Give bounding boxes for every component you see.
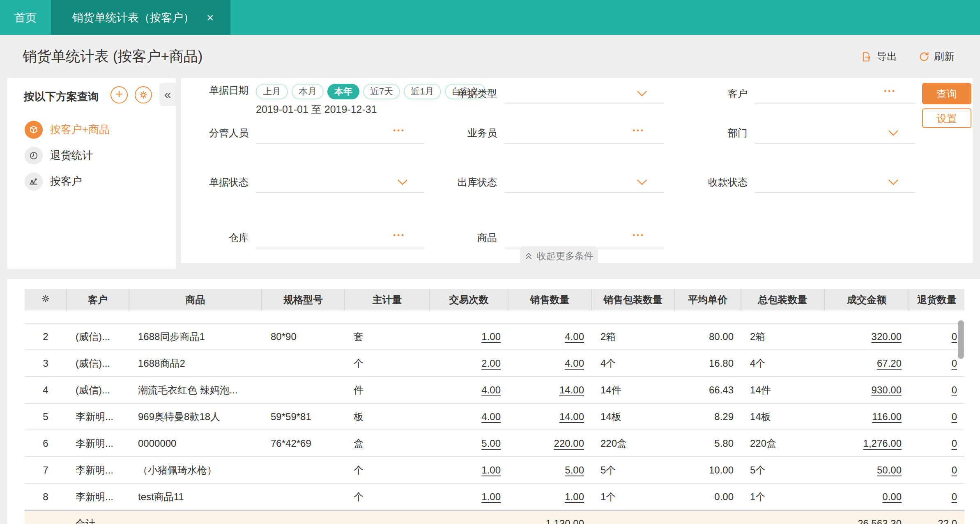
cell-trades: 2.00 — [430, 350, 508, 377]
cell-customer: (威信)... — [67, 350, 129, 377]
cell-link-trades[interactable]: 5.00 — [481, 438, 501, 449]
close-icon[interactable]: × — [207, 11, 214, 24]
chevron-double-left-icon: « — [164, 87, 171, 101]
cell-avg_price: 8.29 — [674, 403, 741, 430]
total-sales-qty: 1,130.00 — [508, 510, 591, 524]
cell-link-sales_qty[interactable]: 220.00 — [554, 438, 584, 449]
cell-link-sales_qty[interactable]: 14.00 — [559, 411, 584, 422]
cell-num: 2 — [25, 323, 67, 350]
cell-link-trades[interactable]: 2.00 — [481, 358, 501, 369]
col-header-spec[interactable]: 规格型号 — [262, 289, 345, 310]
cell-total_pkg: 14板 — [741, 403, 824, 430]
table-total-row: 合计 1,130.00 26,563.30 -22.0 — [25, 510, 964, 524]
top-tab-bar: 首页 销货单统计表（按客户） × — [0, 0, 980, 35]
cell-amount: 1,276.00 — [824, 430, 909, 457]
cell-trades: 1.00 — [430, 483, 508, 510]
filter-salesman: 业务员 ••• — [437, 123, 664, 144]
cell-link-return_qty[interactable]: 0 — [952, 464, 957, 476]
column-settings-button[interactable] — [25, 289, 67, 310]
collapse-more-conditions-button[interactable]: 收起更多条件 — [520, 246, 598, 265]
cell-link-return_qty[interactable]: 0 — [952, 491, 957, 502]
vertical-scrollbar-thumb[interactable] — [958, 320, 964, 359]
filter-customer: 客户 ••• — [688, 84, 915, 104]
date-pill-本月[interactable]: 本月 — [292, 84, 324, 99]
refresh-button[interactable]: 刷新 — [918, 50, 955, 63]
col-header-trades[interactable]: 交易次数 — [430, 289, 508, 310]
scheme-item-customer-product[interactable]: 按客户+商品 — [7, 117, 176, 142]
cell-customer: 李新明... — [67, 483, 129, 510]
col-header-product[interactable]: 商品 — [129, 289, 262, 310]
cell-link-trades[interactable]: 1.00 — [481, 491, 501, 502]
table-row: 8李新明...test商品11个1.001.001个0.001个0.000 — [25, 483, 964, 510]
cell-link-return_qty[interactable]: 0 — [952, 411, 957, 422]
cell-link-trades[interactable]: 1.00 — [481, 464, 501, 476]
date-pill-近7天[interactable]: 近7天 — [363, 84, 400, 99]
date-range-value[interactable]: 2019-01-01 至 2019-12-31 — [256, 103, 377, 116]
filter-product-label: 商品 — [437, 231, 497, 248]
col-header-sales-qty[interactable]: 销售数量 — [508, 289, 591, 310]
cell-link-return_qty[interactable]: 0 — [952, 384, 957, 395]
date-pill-近1月[interactable]: 近1月 — [404, 84, 441, 99]
col-header-sales-pkg[interactable]: 销售包装数量 — [591, 289, 674, 310]
table-row: 2(威信)...1688同步商品180*90套1.004.002箱80.002箱… — [25, 323, 964, 350]
cell-link-amount[interactable]: 930.00 — [872, 384, 902, 395]
cell-unit: 盒 — [345, 430, 430, 457]
tab-sales-report-label: 销货单统计表（按客户） — [72, 10, 194, 25]
cell-link-trades[interactable]: 4.00 — [481, 411, 501, 422]
scheme-item-returns[interactable]: 退货统计 — [7, 142, 176, 168]
department-select[interactable] — [755, 123, 915, 144]
doc-status-select[interactable] — [256, 172, 424, 193]
warehouse-picker[interactable]: ••• — [256, 228, 424, 248]
export-button[interactable]: 导出 — [861, 50, 897, 63]
filter-outbound-status: 出库状态 — [437, 172, 664, 193]
cell-link-sales_qty[interactable]: 4.00 — [565, 331, 584, 342]
manager-picker[interactable]: ••• — [256, 123, 424, 144]
add-scheme-button[interactable]: + — [110, 86, 128, 103]
cell-spec — [262, 483, 345, 510]
table-row: 6李新明...000000076*42*69盒5.00220.00220盒5.8… — [25, 430, 964, 457]
cell-link-amount[interactable]: 116.00 — [872, 411, 902, 422]
scheme-item-by-customer[interactable]: 按客户 — [7, 168, 176, 194]
cell-link-sales_qty[interactable]: 5.00 — [565, 464, 584, 476]
payment-status-select[interactable] — [755, 172, 915, 193]
cell-link-amount[interactable]: 0.00 — [882, 491, 902, 502]
date-pill-上月[interactable]: 上月 — [256, 84, 288, 99]
cell-link-amount[interactable]: 320.00 — [872, 331, 902, 342]
cell-link-amount[interactable]: 50.00 — [877, 464, 902, 476]
col-header-return-qty[interactable]: 退货数量 — [909, 289, 964, 310]
salesman-picker[interactable]: ••• — [504, 123, 664, 144]
cell-link-sales_qty[interactable]: 1.00 — [565, 491, 584, 502]
col-header-avg-price[interactable]: 平均单价 — [674, 289, 741, 310]
cell-link-return_qty[interactable]: 0 — [952, 438, 957, 449]
cell-amount: 116.00 — [824, 403, 909, 430]
col-header-amount[interactable]: 成交金额 — [824, 289, 909, 310]
cell-link-sales_qty[interactable]: 14.00 — [559, 384, 584, 395]
col-header-unit[interactable]: 主计量 — [345, 289, 430, 310]
cell-link-trades[interactable]: 4.00 — [481, 384, 501, 395]
tab-home[interactable]: 首页 — [0, 0, 51, 35]
doc-type-select[interactable] — [504, 84, 664, 104]
query-button[interactable]: 查询 — [922, 83, 971, 104]
date-pill-本年[interactable]: 本年 — [327, 84, 359, 99]
col-header-total-pkg[interactable]: 总包装数量 — [741, 289, 824, 310]
col-header-customer[interactable]: 客户 — [67, 289, 129, 310]
cell-link-trades[interactable]: 1.00 — [481, 331, 501, 342]
sidebar-collapse-button[interactable]: « — [159, 83, 176, 106]
cell-spec: 80*90 — [262, 323, 345, 350]
cell-link-return_qty[interactable]: 0 — [952, 331, 957, 342]
cell-num: 8 — [25, 483, 67, 510]
cell-empty — [25, 510, 67, 524]
gear-icon — [138, 90, 149, 100]
customer-picker[interactable]: ••• — [755, 84, 915, 104]
cell-link-amount[interactable]: 1,276.00 — [863, 438, 902, 449]
settings-button[interactable]: 设置 — [922, 108, 971, 128]
tab-sales-report[interactable]: 销货单统计表（按客户） × — [51, 0, 230, 35]
cell-link-amount[interactable]: 67.20 — [877, 358, 902, 369]
cell-avg_price: 0.00 — [674, 483, 741, 510]
outbound-status-select[interactable] — [504, 172, 664, 193]
product-picker[interactable]: ••• — [504, 228, 664, 248]
cell-link-sales_qty[interactable]: 4.00 — [565, 358, 584, 369]
cell-link-return_qty[interactable]: 0 — [952, 358, 957, 369]
sidebar-title: 按以下方案查询 — [24, 90, 99, 104]
scheme-settings-button[interactable] — [135, 86, 152, 103]
